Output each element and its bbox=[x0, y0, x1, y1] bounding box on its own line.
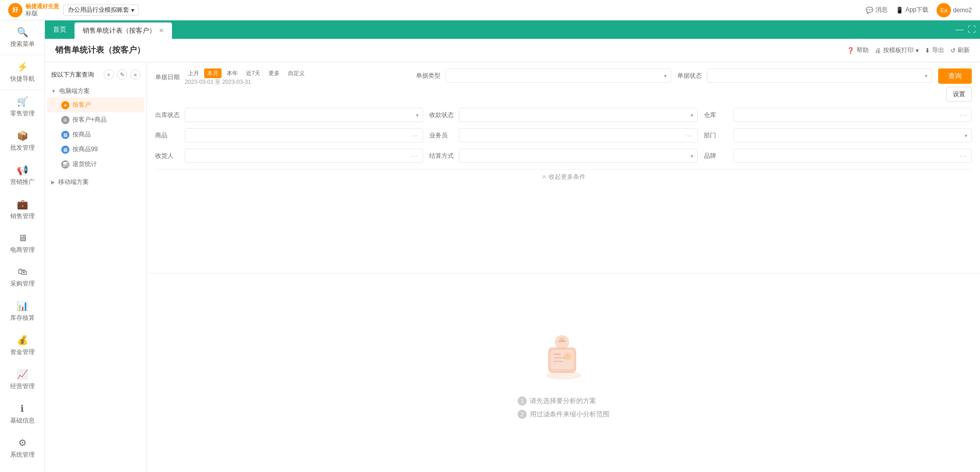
scheme-header-actions: + ✎ « bbox=[104, 69, 140, 80]
out-status-select[interactable]: ▾ bbox=[185, 108, 423, 122]
triangle-down-icon: ▼ bbox=[51, 88, 56, 94]
goods-select[interactable]: ··· bbox=[185, 128, 423, 143]
filter-row-3: 商品 ··· 业务员 ··· bbox=[155, 128, 972, 143]
logo-icon: 好 bbox=[8, 3, 22, 17]
settings-button[interactable]: 设置 bbox=[946, 87, 972, 102]
sidebar-item-quick-nav[interactable]: ⚡ 快捷导航 bbox=[0, 55, 44, 90]
sidebar-item-marketing[interactable]: 📢 营销推广 bbox=[0, 158, 44, 193]
edit-scheme-button[interactable]: ✎ bbox=[117, 69, 127, 80]
tab-minimize-icon[interactable]: — bbox=[955, 25, 964, 34]
tab-close-icon[interactable]: ✕ bbox=[159, 27, 164, 34]
department-filter: 部门 ▾ bbox=[704, 128, 972, 143]
more-icon: ··· bbox=[411, 152, 419, 160]
refresh-icon: ↺ bbox=[950, 47, 955, 54]
chevron-up-icon: ∧ bbox=[542, 173, 547, 180]
sidebar-item-operation[interactable]: 📈 经营管理 bbox=[0, 363, 44, 397]
refresh-button[interactable]: ↺ 刷新 bbox=[950, 46, 970, 55]
sidebar-item-ecommerce[interactable]: 🖥 电商管理 bbox=[0, 227, 44, 261]
search-icon: 🔍 bbox=[17, 27, 28, 38]
date-btn-this-month[interactable]: 本月 bbox=[204, 68, 222, 78]
top-header: 好 畅捷通好生意 标版 办公用品行业模拟账套 ▾ 💬 消息 📱 App下载 bbox=[0, 0, 980, 20]
warehouse-select[interactable]: ··· bbox=[733, 108, 972, 122]
payment-status-select[interactable]: ▾ bbox=[459, 108, 697, 122]
svg-text:?: ? bbox=[566, 354, 569, 360]
lightning-icon: ⚡ bbox=[17, 61, 28, 73]
empty-illustration: ? bbox=[533, 327, 594, 388]
date-btn-last-month[interactable]: 上月 bbox=[185, 68, 202, 78]
date-btn-this-year[interactable]: 本年 bbox=[224, 68, 241, 78]
date-btn-custom[interactable]: 自定义 bbox=[285, 68, 308, 78]
empty-tip-1: 1 请先选择要分析的方案 bbox=[518, 396, 609, 406]
main-panel: 按以下方案查询 + ✎ « ▼ 电脑端方案 bbox=[45, 62, 980, 472]
chevron-down-icon: ▾ bbox=[916, 47, 919, 54]
sidebar-item-sales[interactable]: 💼 销售管理 bbox=[0, 193, 44, 227]
scheme-item-by-goods[interactable]: ▦ 按商品 bbox=[47, 127, 144, 142]
finance-icon: 💰 bbox=[17, 335, 28, 346]
tab-home[interactable]: 首页 bbox=[45, 20, 75, 39]
help-button[interactable]: ❓ 帮助 bbox=[847, 46, 869, 55]
filter-row-4: 收货人 ··· 结算方式 ▾ bbox=[155, 149, 972, 163]
scheme-section-mobile: ▶ 移动端方案 bbox=[45, 174, 146, 191]
recipient-select[interactable]: ··· bbox=[185, 149, 423, 163]
empty-tips: 1 请先选择要分析的方案 2 用过滤条件来缩小分析范围 bbox=[518, 396, 609, 419]
order-type-select[interactable]: ▾ bbox=[446, 68, 671, 83]
scheme-item-return-stat[interactable]: 📊 退货统计 bbox=[47, 157, 144, 172]
tab-bar: 首页 销售单统计表（按客户） ✕ — ⛶ bbox=[45, 20, 980, 39]
date-quick-buttons: 上月 本月 本年 近7天 更多 自定义 bbox=[185, 68, 410, 78]
sidebar-item-retail[interactable]: 🛒 零售管理 bbox=[0, 90, 44, 124]
department-select[interactable]: ▾ bbox=[733, 128, 972, 143]
scheme-item-goods99[interactable]: ▦ 按商品99 bbox=[47, 142, 144, 157]
add-scheme-button[interactable]: + bbox=[104, 69, 114, 80]
help-icon: ❓ bbox=[847, 47, 854, 54]
scheme-section-mobile-header[interactable]: ▶ 移动端方案 bbox=[45, 176, 146, 188]
logo-text: 畅捷通好生意 标版 bbox=[26, 3, 59, 17]
collapse-button[interactable]: ∧ 收起更多条件 bbox=[155, 169, 972, 184]
order-type-filter: 单据类型 ▾ bbox=[416, 68, 671, 83]
brand-select[interactable]: ··· bbox=[733, 149, 972, 163]
tab-maximize-icon[interactable]: ⛶ bbox=[968, 25, 976, 34]
tip-number-1: 1 bbox=[518, 396, 527, 406]
chevron-down-icon: ▾ bbox=[691, 153, 693, 159]
app-selector[interactable]: 办公用品行业模拟账套 ▾ bbox=[63, 4, 139, 16]
basic-icon: ℹ bbox=[20, 403, 24, 414]
date-btn-last7days[interactable]: 近7天 bbox=[243, 68, 263, 78]
scheme-item-customer-goods[interactable]: ⊞ 按客户+商品 bbox=[47, 112, 144, 127]
tab-sales-stat[interactable]: 销售单统计表（按客户） ✕ bbox=[75, 22, 172, 39]
query-button[interactable]: 查询 bbox=[938, 68, 972, 84]
sidebar-item-inventory[interactable]: 📊 库存核算 bbox=[0, 294, 44, 328]
header-left: 好 畅捷通好生意 标版 办公用品行业模拟账套 ▾ bbox=[8, 3, 139, 17]
header-right: 💬 消息 📱 App下载 Ea demo2 bbox=[866, 3, 972, 17]
settlement-select[interactable]: ▾ bbox=[459, 149, 697, 163]
svg-rect-8 bbox=[553, 361, 564, 362]
date-filter-item: 单据日期 上月 本月 本年 近7天 更多 自定义 bbox=[155, 68, 410, 86]
sidebar-item-wholesale[interactable]: 📦 批发管理 bbox=[0, 124, 44, 158]
wholesale-icon: 📦 bbox=[17, 130, 28, 141]
scheme-item-by-customer[interactable]: ● 按客户 bbox=[47, 98, 144, 112]
sidebar-item-cooperation[interactable]: 🤝 企业协同 bbox=[0, 465, 44, 472]
sidebar-item-purchase[interactable]: 🛍 采购管理 bbox=[0, 261, 44, 294]
message-action[interactable]: 💬 消息 bbox=[866, 6, 888, 14]
chevron-down-icon: ▾ bbox=[691, 112, 693, 118]
scheme-item-icon: ● bbox=[61, 101, 69, 109]
order-status-select[interactable]: ▾ bbox=[707, 68, 932, 83]
tab-bar-right: — ⛶ bbox=[955, 25, 980, 34]
app-download-action[interactable]: 📱 App下载 bbox=[896, 6, 928, 14]
more-icon: ··· bbox=[411, 131, 419, 139]
date-range-text: 2023-03-01 至 2023-03-31 bbox=[185, 78, 410, 86]
scheme-section-desktop-header[interactable]: ▼ 电脑端方案 bbox=[45, 85, 146, 98]
salesman-select[interactable]: ··· bbox=[459, 128, 697, 143]
export-button[interactable]: ⬇ 导出 bbox=[925, 46, 944, 55]
inventory-icon: 📊 bbox=[17, 300, 28, 312]
template-print-button[interactable]: 🖨 按模板打印 ▾ bbox=[875, 46, 919, 55]
empty-state: ? 1 请先选择要分析的方案 2 用过滤条件来缩小分析范围 bbox=[147, 274, 980, 472]
svg-rect-6 bbox=[553, 353, 561, 355]
chevron-down-icon: ▾ bbox=[416, 112, 419, 118]
collapse-scheme-button[interactable]: « bbox=[130, 69, 140, 80]
sidebar-item-search[interactable]: 🔍 搜索菜单 bbox=[0, 20, 44, 55]
sidebar-item-basic[interactable]: ℹ 基础信息 bbox=[0, 397, 44, 431]
user-area[interactable]: Ea demo2 bbox=[937, 3, 972, 17]
sidebar-item-system[interactable]: ⚙ 系统管理 bbox=[0, 431, 44, 465]
sidebar-item-finance[interactable]: 💰 资金管理 bbox=[0, 328, 44, 363]
operation-icon: 📈 bbox=[17, 369, 28, 380]
date-btn-more[interactable]: 更多 bbox=[265, 68, 283, 78]
